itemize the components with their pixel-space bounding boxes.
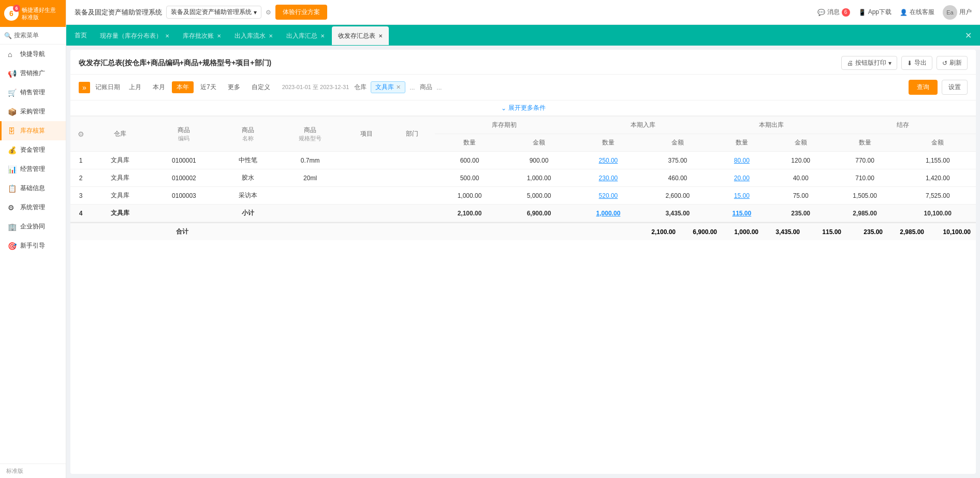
cell-spec (277, 205, 344, 222)
footer-bal-amt: 10,100.00 (929, 228, 976, 236)
gear-settings-icon[interactable]: ⚙ (266, 9, 271, 16)
finance-icon: 💰 (8, 146, 16, 154)
date-last-month[interactable]: 上月 (124, 81, 146, 93)
cell-opening-qty: 500.00 (435, 169, 504, 187)
sidebar-item-quick-nav[interactable]: ⌂ 快捷导航 (0, 45, 66, 64)
sidebar-edition: 标准版 (0, 463, 66, 478)
export-button[interactable]: ⬇ 导出 (901, 56, 932, 70)
tab-close-icon[interactable]: ✕ (378, 33, 383, 39)
goods-more-button[interactable]: ... (436, 84, 442, 91)
cell-out-qty[interactable]: 15.00 (712, 187, 771, 205)
print-icon: 🖨 (847, 60, 853, 67)
cell-in-amt: 460.00 (643, 169, 712, 187)
tab-inventory-dist[interactable]: 现存量（库存分布表） ✕ (94, 26, 175, 45)
warehouse-more-button[interactable]: ... (409, 84, 415, 91)
cell-out-qty[interactable]: 80.00 (712, 152, 771, 169)
service-icon: 👤 (900, 9, 908, 16)
col-in-amt-header: 金额 (643, 134, 712, 152)
online-service-action[interactable]: 👤 在线客服 (900, 8, 934, 17)
tab-home[interactable]: 首页 (68, 31, 93, 40)
settings-button[interactable]: 设置 (942, 80, 968, 95)
sidebar-item-operations[interactable]: 📊 经营管理 (0, 160, 66, 179)
cell-bal-amt: 1,155.00 (900, 152, 976, 169)
cell-opening-amt: 900.00 (504, 152, 574, 169)
query-button[interactable]: 查询 (909, 80, 938, 95)
date-more[interactable]: 更多 (223, 81, 245, 93)
footer-opening-qty: 2,100.00 (639, 228, 681, 236)
col-opening-qty-header: 数量 (435, 134, 504, 152)
refresh-button[interactable]: ↺ 刷新 (937, 56, 968, 70)
tab-recv-send-summary[interactable]: 收发存汇总表 ✕ (332, 26, 389, 45)
cell-idx: 2 (70, 169, 91, 187)
tab-batch[interactable]: 库存批次账 ✕ (177, 26, 227, 45)
user-action[interactable]: Ea 用户 (943, 5, 972, 20)
top-header: 装备及固定资产辅助管理系统 装备及固定资产辅助管理系统 ▾ ⚙ 体验行业方案 💬… (66, 0, 980, 25)
cell-opening-qty: 2,100.00 (435, 205, 504, 222)
column-settings-icon[interactable]: ⚙ (78, 130, 84, 138)
cell-dept (389, 169, 435, 187)
tab-bar-close-icon[interactable]: ✕ (959, 31, 978, 40)
cell-opening-amt: 5,000.00 (504, 187, 574, 205)
col-project-header: 项目 (343, 117, 389, 152)
system-selector[interactable]: 装备及固定资产辅助管理系统 ▾ (166, 6, 261, 19)
cell-bal-qty: 2,985.00 (830, 205, 900, 222)
sidebar-item-system[interactable]: ⚙ 系统管理 (0, 198, 66, 217)
cell-idx: 4 (70, 205, 91, 222)
col-in-qty-header: 数量 (574, 134, 643, 152)
tab-close-icon[interactable]: ✕ (269, 33, 273, 39)
cell-in-qty[interactable]: 230.00 (574, 169, 643, 187)
search-menu-item[interactable]: 🔍 搜索菜单 (0, 27, 66, 45)
print-button[interactable]: 🖨 按钮版打印 ▾ (841, 56, 897, 70)
sidebar-item-inventory[interactable]: 🗄 库存核算 (0, 121, 66, 140)
date-filter: 上月 本月 本年 近7天 更多 自定义 (124, 81, 275, 93)
cell-bal-amt: 10,100.00 (900, 205, 976, 222)
cell-in-amt: 375.00 (643, 152, 712, 169)
sidebar-item-purchase[interactable]: 📦 采购管理 (0, 102, 66, 121)
date-this-month[interactable]: 本月 (148, 81, 170, 93)
tab-close-icon[interactable]: ✕ (165, 33, 169, 39)
tab-close-icon[interactable]: ✕ (217, 33, 221, 39)
cell-code (149, 205, 218, 222)
expand-conditions-row: ⌄ 展开更多条件 (70, 100, 976, 116)
cell-in-qty: 1,000.00 (574, 205, 643, 222)
marketing-icon: 📢 (8, 69, 16, 78)
cell-out-qty[interactable]: 20.00 (712, 169, 771, 187)
date-last-7-days[interactable]: 近7天 (196, 81, 221, 93)
try-button[interactable]: 体验行业方案 (275, 5, 327, 20)
sidebar-item-marketing[interactable]: 📢 营销推广 (0, 64, 66, 83)
cell-name: 胶水 (218, 169, 276, 187)
cell-out-amt: 120.00 (771, 152, 830, 169)
sidebar-item-basic[interactable]: 📋 基础信息 (0, 179, 66, 198)
col-settings-header[interactable]: ⚙ (70, 117, 91, 152)
cell-project (343, 152, 389, 169)
footer-label: 合计 (162, 227, 203, 236)
cell-name: 小计 (218, 205, 276, 222)
cell-out-amt: 75.00 (771, 187, 830, 205)
app-download-action[interactable]: 📱 App下载 (858, 8, 891, 17)
content-area: 收发存汇总表(按仓库+商品编码+商品+规格型号+项目+部门) 🖨 按钮版打印 ▾… (70, 50, 976, 474)
date-this-year[interactable]: 本年 (172, 81, 194, 93)
cell-in-qty[interactable]: 520.00 (574, 187, 643, 205)
tab-inout-flow[interactable]: 出入库流水 ✕ (228, 26, 279, 45)
tab-close-icon[interactable]: ✕ (320, 33, 325, 39)
messages-action[interactable]: 💬 消息 6 (817, 8, 850, 17)
sidebar-item-corp[interactable]: 🏢 企业协同 (0, 217, 66, 236)
table-row: 1 文具库 0100001 中性笔 0.7mm 600.00 900.00 25… (70, 152, 976, 169)
cell-project (343, 205, 389, 222)
cell-spec: 0.7mm (277, 152, 344, 169)
cell-in-qty[interactable]: 250.00 (574, 152, 643, 169)
cell-bal-amt: 1,420.00 (900, 169, 976, 187)
page-title: 收发存汇总表(按仓库+商品编码+商品+规格型号+项目+部门) (79, 59, 271, 68)
warehouse-tag-remove-icon[interactable]: ✕ (396, 84, 401, 91)
page-content: 收发存汇总表(按仓库+商品编码+商品+规格型号+项目+部门) 🖨 按钮版打印 ▾… (66, 46, 980, 478)
cell-out-qty: 115.00 (712, 205, 771, 222)
expand-conditions-button[interactable]: ⌄ 展开更多条件 (501, 104, 546, 112)
sidebar-item-sales[interactable]: 🛒 销售管理 (0, 83, 66, 102)
sidebar-item-finance[interactable]: 💰 资金管理 (0, 140, 66, 160)
cell-code: 0100003 (149, 187, 218, 205)
date-custom[interactable]: 自定义 (247, 81, 275, 93)
filter-toggle-button[interactable]: » (79, 82, 90, 93)
warehouse-tag[interactable]: 文具库 ✕ (371, 81, 405, 93)
tab-inout-summary[interactable]: 出入库汇总 ✕ (280, 26, 331, 45)
sidebar-item-newbie[interactable]: 🎯 新手引导 (0, 236, 66, 255)
